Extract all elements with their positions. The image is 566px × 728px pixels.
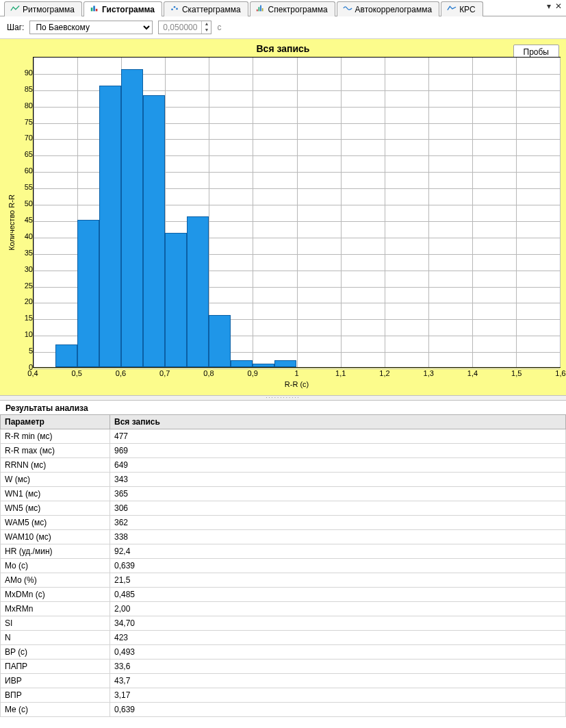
param-cell: RRNN (мс) (1, 458, 110, 473)
spinner-down-icon[interactable]: ▼ (202, 27, 211, 34)
tab-label: Спектрограмма (268, 5, 328, 14)
step-value-spinner[interactable]: ▲ ▼ (158, 21, 211, 34)
tab-автокоррелограмма[interactable]: Автокоррелограмма (337, 1, 440, 16)
results-col-value[interactable]: Вся запись (110, 415, 566, 429)
svg-rect-7 (258, 7, 259, 11)
table-row: WAM5 (мс)362 (1, 516, 566, 530)
step-mode-select[interactable]: По Баевскому (29, 21, 153, 34)
histogram-bar[interactable] (231, 360, 253, 367)
table-row: Me (с)0,639 (1, 703, 566, 717)
param-cell: WN1 (мс) (1, 487, 110, 501)
svg-point-4 (174, 6, 176, 8)
tab-крс[interactable]: КРС (441, 1, 483, 16)
histogram-bar[interactable] (99, 86, 121, 367)
chart-type-icon (256, 4, 266, 14)
param-cell: WAM10 (мс) (1, 530, 110, 544)
step-value-input[interactable] (159, 21, 201, 34)
value-cell: 306 (110, 501, 566, 516)
chart-title: Вся запись (5, 43, 561, 54)
param-cell: ВПР (1, 688, 110, 703)
histogram-bar[interactable] (187, 216, 209, 367)
table-row: SI34,70 (1, 616, 566, 631)
param-cell: R-R max (мс) (1, 444, 110, 458)
svg-rect-6 (256, 10, 257, 12)
histogram-bar[interactable] (121, 69, 143, 367)
histogram-toolbar: Шаг: По Баевскому ▲ ▼ с (0, 16, 566, 39)
y-tick: 65 (25, 151, 33, 158)
param-cell: SI (1, 616, 110, 631)
param-cell: MxRMn (1, 602, 110, 616)
table-row: AMo (%)21,5 (1, 573, 566, 588)
table-row: MxDMn (с)0,485 (1, 588, 566, 602)
value-cell: 0,485 (110, 588, 566, 602)
value-cell: 343 (110, 473, 566, 487)
y-tick: 90 (25, 69, 33, 77)
histogram-bar[interactable] (253, 364, 274, 367)
y-tick: 75 (25, 118, 33, 126)
y-tick: 45 (25, 216, 33, 224)
chart-type-icon (10, 4, 20, 14)
value-cell: 92,4 (110, 544, 566, 559)
param-cell: WN5 (мс) (1, 501, 110, 516)
histogram-bar[interactable] (165, 233, 187, 367)
histogram-bar[interactable] (209, 315, 231, 367)
table-row: ПАПР33,6 (1, 660, 566, 674)
table-row: MxRMn2,00 (1, 602, 566, 616)
tab-close-icon[interactable]: ✕ (555, 1, 562, 11)
tab-скаттерграмма[interactable]: Скаттерграмма (164, 1, 248, 16)
x-tick: 1 (294, 369, 298, 377)
histogram-bar[interactable] (274, 360, 296, 367)
value-cell: 477 (110, 429, 566, 444)
x-tick: 1,2 (379, 369, 389, 377)
chart-type-icon (170, 4, 179, 14)
results-col-param[interactable]: Параметр (1, 415, 110, 429)
value-cell: 34,70 (110, 616, 566, 631)
x-axis-label: R-R (с) (33, 379, 561, 388)
y-tick: 40 (25, 233, 33, 240)
x-tick: 0,6 (116, 369, 126, 377)
chart-panel: Вся запись Пробы Количество R-R 90858075… (0, 39, 566, 395)
value-cell: 33,6 (110, 660, 566, 674)
y-tick: 80 (25, 102, 33, 110)
histogram-bar[interactable] (77, 220, 99, 367)
tab-label: Ритмограмма (23, 5, 75, 14)
value-cell: 649 (110, 458, 566, 473)
panel-splitter[interactable]: ∙∙∙∙∙∙∙∙∙∙∙∙ (0, 395, 566, 401)
y-tick: 55 (25, 184, 33, 191)
value-cell: 423 (110, 631, 566, 645)
x-tick: 0,8 (203, 369, 214, 377)
value-cell: 2,00 (110, 602, 566, 616)
y-tick-labels: 908580757065605550454035302520151050 (18, 57, 33, 368)
tab-label: Скаттерграмма (182, 5, 241, 14)
tab-гистограмма[interactable]: Гистограмма (83, 1, 162, 16)
y-axis-label-wrap: Количество R-R (5, 57, 18, 388)
table-row: R-R max (мс)969 (1, 444, 566, 458)
svg-rect-1 (93, 6, 95, 12)
param-cell: AMo (%) (1, 573, 110, 588)
value-cell: 21,5 (110, 573, 566, 588)
step-label: Шаг: (7, 23, 24, 32)
x-tick: 1,3 (424, 369, 434, 377)
param-cell: ИВР (1, 674, 110, 688)
table-row: N423 (1, 631, 566, 645)
value-cell: 0,639 (110, 559, 566, 573)
value-cell: 0,639 (110, 703, 566, 717)
y-tick: 25 (25, 282, 33, 290)
tab-dropdown-icon[interactable]: ▾ (547, 1, 551, 11)
y-tick: 85 (25, 86, 33, 93)
chart-type-icon (343, 4, 352, 14)
table-row: Mo (с)0,639 (1, 559, 566, 573)
param-cell: ПАПР (1, 660, 110, 674)
tab-ритмограмма[interactable]: Ритмограмма (4, 1, 82, 16)
spinner-up-icon[interactable]: ▲ (202, 21, 211, 27)
histogram-bar[interactable] (55, 344, 77, 367)
table-row: WAM10 (мс)338 (1, 530, 566, 544)
chart-type-icon (90, 4, 99, 14)
y-tick: 70 (25, 134, 33, 142)
tab-спектрограмма[interactable]: Спектрограмма (250, 1, 335, 16)
x-tick: 1,6 (555, 369, 565, 377)
y-tick: 60 (25, 167, 33, 175)
histogram-plot[interactable] (33, 57, 561, 368)
y-tick: 50 (25, 200, 33, 208)
histogram-bar[interactable] (143, 95, 165, 367)
